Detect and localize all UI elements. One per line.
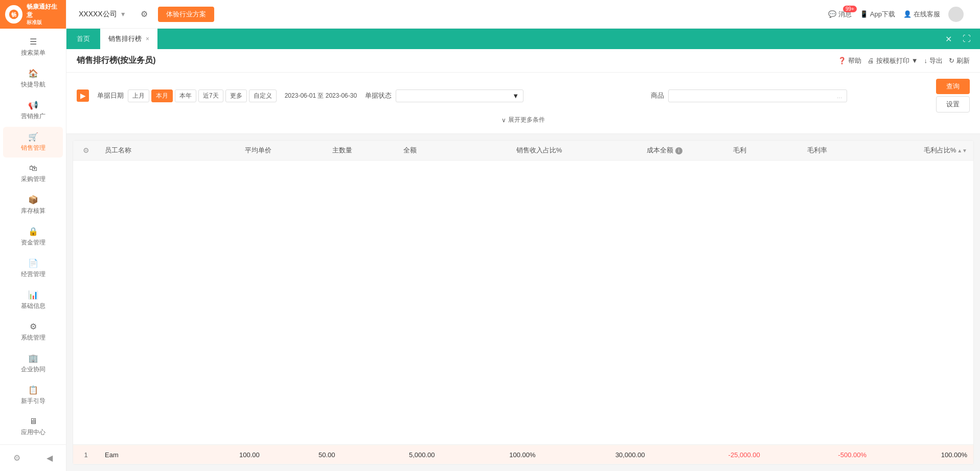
date-filter-label: 单据日期 <box>97 91 124 100</box>
template-print-button[interactable]: 🖨 按模板打印 ▼ <box>868 56 918 65</box>
sidebar-item-basic-info[interactable]: 📊 基础信息 <box>3 285 63 316</box>
page-title: 销售排行榜(按业务员) <box>77 55 156 66</box>
date-btn-this-year[interactable]: 本年 <box>175 89 196 102</box>
tab-home[interactable]: 首页 <box>66 29 100 49</box>
col-cost: 成本全额i <box>568 141 689 161</box>
message-icon: 💬 <box>828 10 836 18</box>
table-header: ⚙ 员工名称 平均单价 主数量 全额 销售收入占比% 成本全额i 毛利 毛利率 … <box>73 141 973 161</box>
date-btn-7days[interactable]: 近7天 <box>198 89 223 102</box>
tabbar-expand-button[interactable]: ⛶ <box>960 32 974 46</box>
tab-close-icon[interactable]: × <box>146 35 149 42</box>
sidebar-item-finance[interactable]: 🔒 资金管理 <box>3 221 63 252</box>
col-settings[interactable]: ⚙ <box>73 141 99 161</box>
svg-text:畅: 畅 <box>11 12 16 17</box>
print-chevron-icon: ▼ <box>911 57 918 64</box>
status-select-chevron: ▼ <box>512 92 519 100</box>
tabbar: 首页 销售排行榜 × ✕ ⛶ <box>66 29 980 49</box>
app-download-label: App下载 <box>870 10 895 19</box>
message-badge: 99+ <box>843 6 857 12</box>
status-filter: 单据状态 ▼ <box>365 89 642 102</box>
col-sales-pct: 销售收入占比% <box>423 141 568 161</box>
sidebar-item-purchase[interactable]: 🛍 采购管理 <box>3 159 63 189</box>
search-order-icon: ☰ <box>30 37 37 47</box>
query-button[interactable]: 查询 <box>936 79 970 94</box>
goods-more-icon: ... <box>837 92 842 100</box>
sidebar-item-operations[interactable]: 📄 经营管理 <box>3 253 63 284</box>
goods-filter-label: 商品 <box>651 91 664 100</box>
sidebar-item-enterprise[interactable]: 🏢 企业协同 <box>3 348 63 379</box>
help-button[interactable]: ❓ 帮助 <box>838 56 861 65</box>
tab-sales-ranking[interactable]: 销售排行榜 × <box>100 29 157 49</box>
sidebar-item-inventory[interactable]: 📦 库存核算 <box>3 190 63 220</box>
guide-icon: 📋 <box>28 385 38 395</box>
refresh-button[interactable]: ↻ 刷新 <box>949 56 970 65</box>
purchase-icon: 🛍 <box>29 164 37 173</box>
sidebar-collapse-icon[interactable]: ◀ <box>43 450 56 466</box>
download-icon: 📱 <box>860 10 868 18</box>
date-btn-custom[interactable]: 自定义 <box>249 89 277 102</box>
export-button[interactable]: ↓ 导出 <box>924 56 943 65</box>
cost-info-icon[interactable]: i <box>675 147 682 154</box>
logo-text: 畅康通好生意 标准版 <box>27 3 61 26</box>
online-service-action[interactable]: 👤 在线客服 <box>903 10 940 19</box>
filter-row-main: ▶ 单据日期 上月 本月 本年 近7天 更多 自定义 2023-06-01 至 … <box>77 79 970 113</box>
tab-sales-ranking-label: 销售排行榜 <box>108 34 142 43</box>
avatar[interactable] <box>948 7 964 22</box>
message-action[interactable]: 💬 消息 99+ <box>828 10 852 19</box>
date-btn-last-month[interactable]: 上月 <box>128 89 149 102</box>
sidebar-item-app-center[interactable]: 🖥 应用中心 <box>3 412 63 442</box>
filter-action-buttons: 查询 设置 <box>936 79 970 113</box>
sidebar-nav: ☰ 搜索菜单 🏠 快捷导航 📢 营销推广 🛒 销售管理 🛍 采购管理 📦 库存核… <box>0 29 66 444</box>
col-amount: 全额 <box>358 141 422 161</box>
table-area: ⚙ 员工名称 平均单价 主数量 全额 销售收入占比% 成本全额i 毛利 毛利率 … <box>66 134 980 471</box>
expand-row: ∨ 展开更多条件 <box>77 113 970 127</box>
col-gross-rate: 毛利率 <box>753 141 833 161</box>
chevron-down-icon: ∨ <box>502 117 506 124</box>
goods-select[interactable]: ... <box>668 89 847 102</box>
col-avg-price: 平均单价 <box>180 141 278 161</box>
status-select[interactable]: ▼ <box>396 89 523 102</box>
topbar: XXXXX公司 ▼ ⚙ 体验行业方案 💬 消息 99+ 📱 App下载 👤 在线… <box>66 0 980 29</box>
app-center-icon: 🖥 <box>29 417 37 426</box>
sort-icon[interactable]: ▲▼ <box>957 148 967 153</box>
table-container: ⚙ 员工名称 平均单价 主数量 全额 销售收入占比% 成本全额i 毛利 毛利率 … <box>73 140 974 465</box>
sidebar-item-guide[interactable]: 📋 新手引导 <box>3 380 63 411</box>
logo-icon: 畅 <box>5 5 22 24</box>
date-btn-this-month[interactable]: 本月 <box>151 89 173 102</box>
finance-icon: 🔒 <box>28 227 38 236</box>
topbar-right: 💬 消息 99+ 📱 App下载 👤 在线客服 <box>828 7 972 22</box>
chevron-down-icon: ▼ <box>120 11 126 18</box>
expand-conditions-button[interactable]: ∨ 展开更多条件 <box>502 116 545 124</box>
app-download-action[interactable]: 📱 App下载 <box>860 10 895 19</box>
company-name: XXXXX公司 <box>79 10 117 19</box>
tabbar-close-button[interactable]: ✕ <box>941 32 955 46</box>
page-actions: ❓ 帮助 🖨 按模板打印 ▼ ↓ 导出 ↻ 刷新 <box>838 56 970 65</box>
col-gross: 毛利 <box>689 141 753 161</box>
col-gross-pct: 毛利占比%▲▼ <box>833 141 973 161</box>
inventory-icon: 📦 <box>28 195 38 205</box>
table-scroll[interactable]: 1 Eam 100.00 50.00 5,000.00 100.00% 30,0… <box>73 161 973 444</box>
sidebar-bottom: ⚙ ◀ <box>0 444 66 471</box>
sales-icon: 🛒 <box>28 132 38 142</box>
print-icon: 🖨 <box>868 57 874 64</box>
sidebar-item-sales[interactable]: 🛒 销售管理 <box>3 127 63 158</box>
service-icon: 👤 <box>903 10 911 18</box>
date-btn-more[interactable]: 更多 <box>225 89 247 102</box>
trial-button[interactable]: 体验行业方案 <box>158 7 214 22</box>
sidebar-settings-icon[interactable]: ⚙ <box>10 450 24 466</box>
sidebar-item-quick-nav[interactable]: 🏠 快捷导航 <box>3 63 63 94</box>
sidebar-item-marketing[interactable]: 📢 营销推广 <box>3 95 63 126</box>
filter-collapse-button[interactable]: ▶ <box>77 89 89 102</box>
help-icon: ❓ <box>838 57 846 64</box>
page-content: 销售排行榜(按业务员) ❓ 帮助 🖨 按模板打印 ▼ ↓ 导出 ↻ 刷新 <box>66 49 980 471</box>
basic-info-icon: 📊 <box>28 290 38 300</box>
settings-button[interactable]: 设置 <box>936 96 970 113</box>
company-selector[interactable]: XXXXX公司 ▼ <box>75 8 130 21</box>
topbar-gear-button[interactable]: ⚙ <box>136 7 152 22</box>
tabbar-actions: ✕ ⛶ <box>941 32 980 46</box>
sidebar-item-search-order[interactable]: ☰ 搜索菜单 <box>3 32 63 62</box>
export-icon: ↓ <box>924 57 928 64</box>
goods-filter: 商品 ... <box>651 89 928 102</box>
marketing-icon: 📢 <box>28 100 38 110</box>
sidebar-item-system[interactable]: ⚙ 系统管理 <box>3 317 63 347</box>
